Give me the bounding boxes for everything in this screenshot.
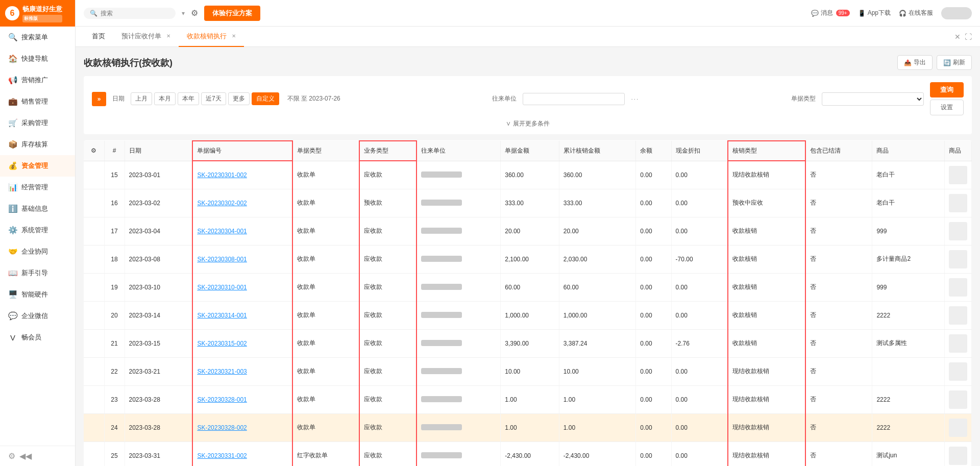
sidebar-item-5[interactable]: 📦库存核算 — [0, 134, 75, 155]
table-row[interactable]: 23 2023-03-28 SK-20230328-001 收款单 应收款 1.… — [84, 385, 972, 413]
more-dates-btn[interactable]: 更多 — [228, 92, 250, 105]
table-row[interactable]: 22 2023-03-21 SK-20230321-003 收款单 应收款 10… — [84, 357, 972, 385]
tab-close-all-icon[interactable]: ✕ — [954, 33, 961, 41]
cell-cumulative: 1.00 — [559, 413, 635, 442]
cell-company — [416, 329, 501, 357]
tab-home[interactable]: 首页 — [84, 27, 113, 47]
data-table-container: ⚙ # 日期 单据编号 单据类型 业务类型 往来单位 单据金额 累计核销金额 余… — [84, 140, 972, 466]
sidebar-item-10[interactable]: 🤝企业协同 — [0, 241, 75, 262]
bill-no-link[interactable]: SK-20230328-002 — [197, 424, 247, 431]
bill-no-link[interactable]: SK-20230315-002 — [197, 340, 247, 347]
dropdown-arrow-icon[interactable]: ▾ — [182, 10, 185, 17]
bill-no-link[interactable]: SK-20230310-001 — [197, 284, 247, 291]
settings-icon[interactable]: ⚙ — [8, 451, 15, 461]
col-goods2[interactable]: 商品 — [945, 141, 972, 161]
sidebar-item-2[interactable]: 📢营销推广 — [0, 69, 75, 91]
tab-prepayment[interactable]: 预计应收付单 ✕ — [113, 27, 179, 47]
industry-solution-button[interactable]: 体验行业方案 — [204, 6, 260, 21]
table-row[interactable]: 17 2023-03-04 SK-20230304-001 收款单 应收款 20… — [84, 217, 972, 245]
export-button[interactable]: 📤 导出 — [897, 55, 933, 70]
col-cumulative-amount[interactable]: 累计核销金额 — [559, 141, 635, 161]
table-row[interactable]: 18 2023-03-08 SK-20230308-001 收款单 应收款 2,… — [84, 245, 972, 273]
settings-button[interactable]: 设置 — [930, 100, 964, 115]
table-row[interactable]: 20 2023-03-14 SK-20230314-001 收款单 应收款 1,… — [84, 301, 972, 329]
custom-date-btn[interactable]: 自定义 — [252, 92, 279, 105]
col-company[interactable]: 往来单位 — [416, 141, 501, 161]
col-bill-amount[interactable]: 单据金额 — [501, 141, 559, 161]
user-avatar[interactable] — [941, 7, 972, 19]
cell-balance: 0.00 — [636, 217, 671, 245]
this-year-btn[interactable]: 本年 — [178, 92, 199, 105]
cell-goods2 — [945, 329, 972, 357]
verification-tab-close-icon[interactable]: ✕ — [232, 33, 236, 39]
sidebar-item-1[interactable]: 🏠快捷导航 — [0, 48, 75, 69]
table-row[interactable]: 15 2023-03-01 SK-20230301-002 收款单 应收款 36… — [84, 161, 972, 189]
col-goods1[interactable]: 商品 — [872, 141, 945, 161]
page-title: 收款核销执行(按收款) — [84, 57, 173, 69]
bill-no-link[interactable]: SK-20230314-001 — [197, 312, 247, 319]
sidebar-item-12[interactable]: 🖥️智能硬件 — [0, 284, 75, 305]
query-button[interactable]: 查询 — [930, 82, 964, 97]
expand-more-conditions-btn[interactable]: ∨ 展开更多条件 — [506, 120, 549, 127]
bill-no-link[interactable]: SK-20230331-002 — [197, 452, 247, 459]
tab-maximize-icon[interactable]: ⛶ — [965, 33, 972, 41]
col-bill-no[interactable]: 单据编号 — [192, 141, 292, 161]
filter-toggle-btn[interactable]: » — [92, 92, 106, 106]
last-7days-btn[interactable]: 近7天 — [201, 92, 226, 105]
date-range-display: 不限 至 2023-07-26 — [287, 94, 340, 103]
sidebar-item-6[interactable]: 💰资金管理 — [0, 155, 75, 177]
last-month-btn[interactable]: 上月 — [131, 92, 152, 105]
table-row[interactable]: 16 2023-03-02 SK-20230302-002 收款单 预收款 33… — [84, 189, 972, 217]
bill-no-link[interactable]: SK-20230304-001 — [197, 228, 247, 235]
sidebar-item-8[interactable]: ℹ️基础信息 — [0, 198, 75, 219]
sidebar-item-7[interactable]: 📊经营管理 — [0, 177, 75, 198]
sidebar-item-14[interactable]: V畅会员 — [0, 327, 75, 348]
bill-no-link[interactable]: SK-20230328-001 — [197, 396, 247, 403]
bill-no-link[interactable]: SK-20230308-001 — [197, 256, 247, 263]
col-gear[interactable]: ⚙ — [84, 141, 104, 161]
col-biz-type[interactable]: 业务类型 — [359, 141, 416, 161]
cell-cumulative: 1.00 — [559, 385, 635, 413]
refresh-button[interactable]: 🔄 刷新 — [937, 55, 972, 70]
bill-no-link[interactable]: SK-20230302-002 — [197, 200, 247, 207]
table-row[interactable]: 25 2023-03-31 SK-20230331-002 红字收款单 应收款 … — [84, 442, 972, 466]
table-row[interactable]: 24 2023-03-28 SK-20230328-002 收款单 应收款 1.… — [84, 413, 972, 442]
col-cash-discount[interactable]: 现金折扣 — [671, 141, 728, 161]
collapse-icon[interactable]: ◀◀ — [19, 451, 32, 461]
cell-bill-no: SK-20230310-001 — [192, 273, 292, 301]
sidebar-item-13[interactable]: 💬企业微信 — [0, 305, 75, 327]
col-include-settled[interactable]: 包含已结清 — [805, 141, 872, 161]
search-bar[interactable]: 🔍 — [84, 8, 176, 19]
bill-no-link[interactable]: SK-20230301-002 — [197, 171, 247, 179]
messages-action[interactable]: 💬 消息 99+ — [811, 9, 850, 17]
gear-topbar-icon[interactable]: ⚙ — [191, 8, 198, 18]
search-input[interactable] — [101, 10, 169, 17]
sidebar-item-3[interactable]: 💼销售管理 — [0, 91, 75, 112]
sidebar-item-11[interactable]: 📖新手引导 — [0, 262, 75, 284]
this-month-btn[interactable]: 本月 — [154, 92, 176, 105]
prepayment-tab-close-icon[interactable]: ✕ — [166, 33, 170, 39]
company-filter-label: 往来单位 — [492, 94, 517, 103]
online-service-action[interactable]: 🎧 在线客服 — [899, 9, 933, 17]
table-row[interactable]: 21 2023-03-15 SK-20230315-002 收款单 应收款 3,… — [84, 329, 972, 357]
company-filter-input[interactable] — [523, 93, 625, 105]
cell-cash-discount: 0.00 — [671, 189, 728, 217]
tab-verification[interactable]: 收款核销执行 ✕ — [179, 27, 244, 47]
col-balance[interactable]: 余额 — [636, 141, 671, 161]
table-row[interactable]: 19 2023-03-10 SK-20230310-001 收款单 应收款 60… — [84, 273, 972, 301]
sidebar-item-4[interactable]: 🛒采购管理 — [0, 112, 75, 134]
app-download-action[interactable]: 📱 App下载 — [858, 9, 891, 17]
cell-biz-type: 应收款 — [359, 385, 416, 413]
cell-cumulative: 333.00 — [559, 189, 635, 217]
col-verify-type[interactable]: 核销类型 — [728, 141, 805, 161]
filter-ellipsis[interactable]: ··· — [631, 95, 639, 103]
col-date[interactable]: 日期 — [125, 141, 192, 161]
cell-company — [416, 413, 501, 442]
sidebar-item-9[interactable]: ⚙️系统管理 — [0, 219, 75, 241]
sidebar-item-0[interactable]: 🔍搜索菜单 — [0, 27, 75, 48]
headset-icon: 🎧 — [899, 10, 906, 17]
receipt-type-select[interactable] — [822, 92, 924, 106]
cell-biz-type: 应收款 — [359, 357, 416, 385]
col-bill-type[interactable]: 单据类型 — [292, 141, 360, 161]
bill-no-link[interactable]: SK-20230321-003 — [197, 368, 247, 375]
